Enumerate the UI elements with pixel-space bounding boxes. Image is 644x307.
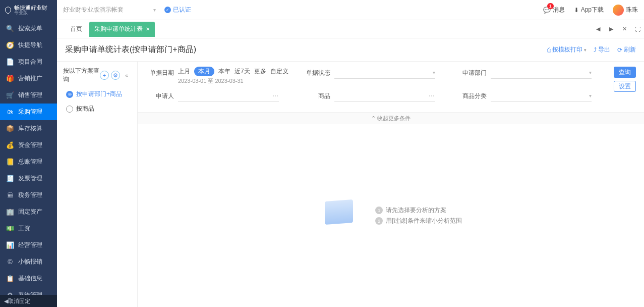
filter-date: 单据日期 上月 本月 本年 近7天 更多 自定义 [146, 67, 297, 85]
date-opt-thisyear[interactable]: 本年 [218, 67, 230, 76]
fullscreen-button[interactable]: ⛶ [632, 24, 642, 34]
sidebar-item-marketing[interactable]: 🎁营销推广 [0, 70, 57, 87]
category-select[interactable]: ▾ [491, 90, 592, 102]
product-select[interactable]: ⋯ [334, 90, 435, 102]
filter-category: 商品分类 ▾ [458, 90, 610, 102]
date-opt-lastmonth[interactable]: 上月 [178, 67, 190, 76]
sidebar-item-label: 项目合同 [18, 58, 42, 66]
sidebar-item-label: 库存核算 [18, 124, 42, 133]
tabs-next-button[interactable]: ▶ [606, 24, 616, 34]
sidebar-item-search[interactable]: 🔍搜索菜单 [0, 20, 57, 37]
settings-button[interactable]: 设置 [614, 81, 636, 92]
chevron-down-icon: ▾ [433, 70, 435, 75]
date-opt-last7[interactable]: 近7天 [235, 67, 250, 76]
sidebar-item-label: 税务管理 [18, 191, 42, 199]
tab-active[interactable]: 采购申请单统计表 ✕ [89, 22, 155, 37]
verified-label: 已认证 [173, 6, 191, 14]
date-opt-more[interactable]: 更多 [254, 67, 266, 76]
cart-icon: 🛒 [6, 91, 14, 99]
page: 采购申请单统计表(按申请部门+商品) ⎙按模板打印▾ ⤴导出 ⟳刷新 按以下方案… [57, 38, 644, 307]
download-icon: ⬇ [574, 7, 579, 14]
chevron-down-icon: ▾ [153, 7, 156, 13]
search-icon: 🔍 [6, 25, 14, 33]
app-download-button[interactable]: ⬇ App下载 [574, 6, 604, 14]
sidebar-item-salary[interactable]: 💵工资 [0, 220, 57, 237]
tabs-prev-button[interactable]: ◀ [593, 24, 603, 34]
doc-icon: 📄 [6, 58, 14, 66]
add-scheme-button[interactable]: + [100, 71, 109, 80]
filter-dept: 申请部门 ▾ [458, 67, 610, 79]
bag-icon: 🛍 [6, 108, 14, 116]
printer-icon: ⎙ [547, 46, 551, 54]
tabs-close-button[interactable]: ✕ [619, 24, 629, 34]
topbar: 好业财专业版演示帐套 ▾ ✓ 已认证 💬 消息 1 ⬇ App下载 [57, 0, 644, 20]
sidebar-item-invoice[interactable]: 🧾发票管理 [0, 170, 57, 187]
tab-home[interactable]: 首页 [63, 20, 89, 38]
tab-active-label: 采购申请单统计表 [94, 25, 143, 33]
scheme-settings-button[interactable]: ⚙ [111, 71, 120, 80]
sidebar-item-ledger[interactable]: 📒总账管理 [0, 154, 57, 170]
sidebar-item-sales[interactable]: 🛒销售管理 [0, 87, 57, 104]
sidebar-item-label: 工资 [18, 224, 30, 233]
filter-product-label: 商品 [302, 90, 330, 100]
scheme-title: 按以下方案查询 [63, 67, 100, 84]
refresh-icon: ⟳ [617, 46, 622, 54]
filter-date-label: 单据日期 [146, 67, 174, 77]
scheme-item-dept-product[interactable]: ◎ 按申请部门+商品 [57, 87, 137, 101]
user-menu[interactable]: 珠珠 [613, 5, 638, 16]
filter-applicant: 申请人 ⋯ [146, 90, 297, 102]
sidebar-item-inventory[interactable]: 📦库存核算 [0, 120, 57, 137]
asset-icon: 🏢 [6, 208, 14, 216]
sidebar-item-funds[interactable]: 💰资金管理 [0, 137, 57, 154]
brand-edition: 专业版 [14, 11, 47, 16]
date-opt-thismonth[interactable]: 本月 [194, 67, 214, 76]
applicant-select[interactable]: ⋯ [178, 90, 279, 102]
export-button[interactable]: ⤴导出 [594, 45, 610, 54]
refresh-label: 刷新 [624, 45, 636, 54]
print-button[interactable]: ⎙按模板打印▾ [547, 45, 587, 54]
messages-button[interactable]: 💬 消息 1 [543, 6, 565, 14]
info-icon: 📋 [6, 275, 14, 283]
sidebar-item-label: 固定资产 [18, 208, 42, 216]
account-selector[interactable]: 好业财专业版演示帐套 ▾ [63, 6, 156, 14]
sidebar-item-label: 系统管理 [18, 291, 42, 295]
target-icon: ◎ [66, 91, 73, 98]
sidebar-item-operation[interactable]: 📊经营管理 [0, 237, 57, 253]
verified-badge: ✓ 已认证 [164, 6, 191, 14]
sidebar-item-project[interactable]: 📄项目合同 [0, 54, 57, 70]
filter-dept-label: 申请部门 [458, 67, 487, 77]
box-icon: 📦 [6, 125, 14, 133]
collapse-filters-button[interactable]: ⌃ 收起更多条件 [138, 112, 644, 124]
dept-select[interactable]: ▾ [491, 67, 592, 79]
collapse-scheme-button[interactable]: « [122, 71, 131, 80]
filter-area: 查询 设置 单据日期 上月 本月 本年 [138, 62, 644, 307]
sidebar-item-label: 总账管理 [18, 158, 42, 166]
sidebar-item-fixed-asset[interactable]: 🏢固定资产 [0, 203, 57, 220]
query-button[interactable]: 查询 [614, 67, 636, 78]
status-select[interactable]: ▾ [334, 67, 435, 79]
scheme-item-product[interactable]: 按商品 [57, 101, 137, 116]
more-icon: ⋯ [272, 92, 279, 99]
more-icon: ⋯ [429, 92, 435, 99]
tabs-bar: 首页 采购申请单统计表 ✕ ◀ ▶ ✕ ⛶ [57, 20, 644, 38]
page-header: 采购申请单统计表(按申请部门+商品) ⎙按模板打印▾ ⤴导出 ⟳刷新 [57, 38, 644, 62]
empty-step-2: 2用[过滤]条件来缩小分析范围 [375, 217, 462, 225]
filter-status-label: 单据状态 [302, 67, 330, 77]
sidebar-item-system[interactable]: ⚙系统管理 [0, 287, 57, 295]
messages-count-badge: 1 [547, 3, 554, 9]
date-opt-custom[interactable]: 自定义 [270, 67, 288, 76]
sidebar-item-reimburse[interactable]: ©小畅报销 [0, 253, 57, 270]
scheme-item-label: 按商品 [76, 105, 94, 113]
export-label: 导出 [598, 45, 610, 54]
close-icon[interactable]: ✕ [146, 26, 150, 32]
unpin-button[interactable]: ◀取消固定 [0, 295, 57, 307]
sidebar-item-basic[interactable]: 📋基础信息 [0, 270, 57, 287]
tax-icon: 🏛 [6, 191, 14, 199]
refresh-button[interactable]: ⟳刷新 [617, 45, 636, 54]
sidebar-item-tax[interactable]: 🏛税务管理 [0, 187, 57, 203]
invoice-icon: 🧾 [6, 175, 14, 183]
sidebar-item-label: 资金管理 [18, 141, 42, 149]
user-name: 珠珠 [626, 6, 638, 14]
sidebar-item-purchase[interactable]: 🛍采购管理 [0, 104, 57, 120]
sidebar-item-quicknav[interactable]: 🧭快捷导航 [0, 37, 57, 54]
